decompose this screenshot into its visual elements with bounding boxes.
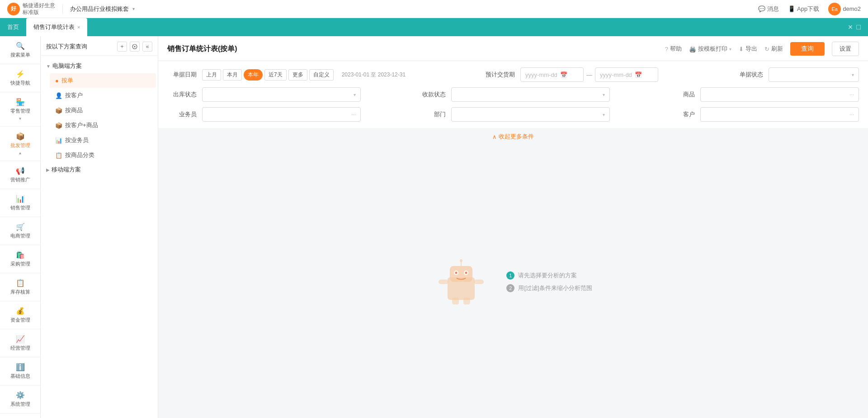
delivery-status-select[interactable]: ▾ — [202, 87, 361, 102]
app-title-dropdown-icon[interactable]: ▾ — [132, 6, 135, 11]
sidebar-item-finance[interactable]: 💰 资金管理 — [0, 301, 40, 329]
sidebar-item-enterprise[interactable]: 🤝 企业协同 — [0, 413, 40, 418]
sidebar-item-wholesale[interactable]: 📦 批发管理 — [0, 127, 40, 161]
export-btn[interactable]: ⬇ 导出 — [739, 45, 757, 53]
refresh-label: 刷新 — [771, 45, 783, 53]
collapse-panel-btn[interactable]: « — [142, 42, 152, 52]
salesman-input[interactable]: ··· — [202, 107, 361, 122]
scheme-item-by-customer[interactable]: 👤 按客户 — [50, 88, 156, 103]
print-dropdown-icon: ▾ — [729, 47, 731, 52]
sidebar: 🔍 搜索菜单 ⚡ 快捷导航 🏪 零售管理 📦 批发管理 📢 营销推广 📊 销售管… — [0, 36, 41, 418]
sidebar-item-search-menu[interactable]: 🔍 搜索菜单 — [0, 36, 40, 64]
window-close-icon[interactable]: × — [848, 23, 853, 32]
calendar-end-icon: 📅 — [635, 71, 642, 78]
sidebar-item-sales[interactable]: 📊 销售管理 — [0, 189, 40, 217]
svg-point-1 — [134, 46, 136, 48]
ecommerce-icon: 🛒 — [16, 223, 25, 231]
svg-point-6 — [455, 271, 458, 274]
customer-more-icon[interactable]: ··· — [849, 111, 854, 118]
status-label: 单据状态 — [736, 71, 763, 79]
tab-close-icon[interactable]: × — [77, 24, 80, 30]
marketing-icon: 📢 — [16, 166, 25, 175]
export-icon: ⬇ — [739, 46, 744, 52]
message-label: 消息 — [767, 5, 779, 13]
product-more-icon[interactable]: ··· — [849, 91, 854, 98]
sidebar-item-label: 基础信息 — [10, 373, 30, 380]
curr-year-btn[interactable]: 本年 — [244, 69, 263, 81]
sidebar-item-purchase[interactable]: 🛍️ 采购管理 — [0, 245, 40, 273]
sidebar-item-inventory[interactable]: 📋 库存核算 — [0, 273, 40, 301]
message-action[interactable]: 💬 消息 — [758, 5, 779, 13]
tab-home[interactable]: 首页 — [0, 18, 26, 36]
sidebar-item-quick-nav[interactable]: ⚡ 快捷导航 — [0, 64, 40, 92]
finance-icon: 💰 — [16, 307, 25, 315]
operation-icon: 📈 — [16, 335, 25, 343]
svg-point-13 — [460, 259, 462, 262]
tab-sales-order-summary[interactable]: 销售订单统计表 × — [26, 18, 87, 36]
help-icon: ? — [665, 46, 668, 52]
refresh-icon: ↻ — [764, 46, 769, 52]
scheme-item-by-salesman[interactable]: 📊 按业务员 — [50, 133, 156, 147]
print-btn[interactable]: 🖨️ 按模板打印 ▾ — [689, 45, 731, 53]
dept-select[interactable]: ▾ — [451, 107, 610, 122]
top-bar-right: 💬 消息 📱 App下载 Ea demo2 — [758, 3, 861, 15]
by-customer-product-icon: 📦 — [55, 122, 62, 129]
salesman-more-icon[interactable]: ··· — [351, 111, 356, 118]
more-btn[interactable]: 更多 — [288, 69, 307, 81]
collection-status-select[interactable]: ▾ — [451, 87, 610, 102]
sidebar-item-retail[interactable]: 🏪 零售管理 — [0, 92, 40, 127]
sidebar-item-label: 采购管理 — [10, 261, 30, 267]
logo-line2: 标准版 — [23, 9, 55, 15]
by-customer-product-label: 按客户+商品 — [65, 121, 98, 129]
pc-scheme-items: ● 按单 👤 按客户 📦 按商品 📦 按客 — [41, 73, 158, 162]
collection-status-dropdown-icon: ▾ — [603, 92, 605, 97]
help-btn[interactable]: ? 帮助 — [665, 45, 682, 53]
status-select[interactable]: ▾ — [769, 67, 859, 82]
add-scheme-btn[interactable]: + — [117, 42, 127, 52]
sidebar-item-basic[interactable]: ℹ️ 基础信息 — [0, 357, 40, 385]
scheme-item-by-product-category[interactable]: 📋 按商品分类 — [50, 148, 156, 162]
mobile-group-title: 移动端方案 — [52, 166, 81, 174]
scheme-group-pc-header[interactable]: ▼ 电脑端方案 — [41, 59, 158, 73]
empty-tip-1: 1 请先选择要分析的方案 — [506, 271, 592, 280]
sidebar-item-label: 销售管理 — [10, 204, 30, 211]
sidebar-item-operation[interactable]: 📈 经营管理 — [0, 329, 40, 357]
settings-button[interactable]: 设置 — [832, 42, 859, 56]
page-title: 销售订单统计表(按单) — [167, 44, 237, 54]
sidebar-item-label: 快捷导航 — [10, 80, 30, 86]
svg-rect-10 — [452, 298, 459, 304]
sidebar-item-label: 库存核算 — [10, 289, 30, 295]
scheme-item-by-product[interactable]: 📦 按商品 — [50, 103, 156, 118]
svg-rect-11 — [463, 298, 470, 304]
sidebar-item-label: 零售管理 — [10, 108, 30, 114]
curr-month-btn[interactable]: 本月 — [223, 69, 242, 81]
by-customer-icon: 👤 — [55, 92, 62, 99]
customer-input[interactable]: ··· — [700, 107, 859, 122]
scheme-item-by-customer-product[interactable]: 📦 按客户+商品 — [50, 118, 156, 133]
sidebar-item-ecommerce[interactable]: 🛒 电商管理 — [0, 217, 40, 245]
sidebar-item-label: 搜索菜单 — [10, 52, 30, 58]
user-avatar: Ea — [828, 3, 841, 15]
export-label: 导出 — [745, 45, 757, 53]
sidebar-item-label: 电商管理 — [10, 233, 30, 239]
edit-scheme-btn[interactable] — [130, 42, 140, 52]
message-icon: 💬 — [758, 5, 765, 12]
sidebar-item-system[interactable]: ⚙️ 系统管理 — [0, 385, 40, 413]
custom-btn[interactable]: 自定义 — [309, 69, 334, 81]
product-input[interactable]: ··· — [700, 87, 859, 102]
window-expand-icon[interactable]: □ — [856, 23, 861, 31]
sidebar-item-marketing[interactable]: 📢 营销推广 — [0, 161, 40, 189]
query-button[interactable]: 查询 — [790, 42, 825, 56]
prev-month-btn[interactable]: 上月 — [202, 69, 221, 81]
expected-date-end[interactable]: yyyy-mm-dd 📅 — [595, 67, 658, 82]
by-product-category-icon: 📋 — [55, 152, 62, 159]
expected-date-start[interactable]: yyyy-mm-dd 📅 — [520, 67, 584, 82]
refresh-btn[interactable]: ↻ 刷新 — [764, 45, 783, 53]
collapse-more-btn[interactable]: ∧ 收起更多条件 — [158, 128, 868, 145]
app-download-action[interactable]: 📱 App下载 — [788, 5, 819, 13]
user-area[interactable]: Ea demo2 — [828, 3, 861, 15]
scheme-group-mobile-header[interactable]: ▶ 移动端方案 — [41, 163, 158, 176]
sidebar-item-label: 系统管理 — [10, 401, 30, 408]
last-7days-btn[interactable]: 近7天 — [264, 69, 287, 81]
scheme-item-by-order[interactable]: ● 按单 — [50, 73, 156, 88]
